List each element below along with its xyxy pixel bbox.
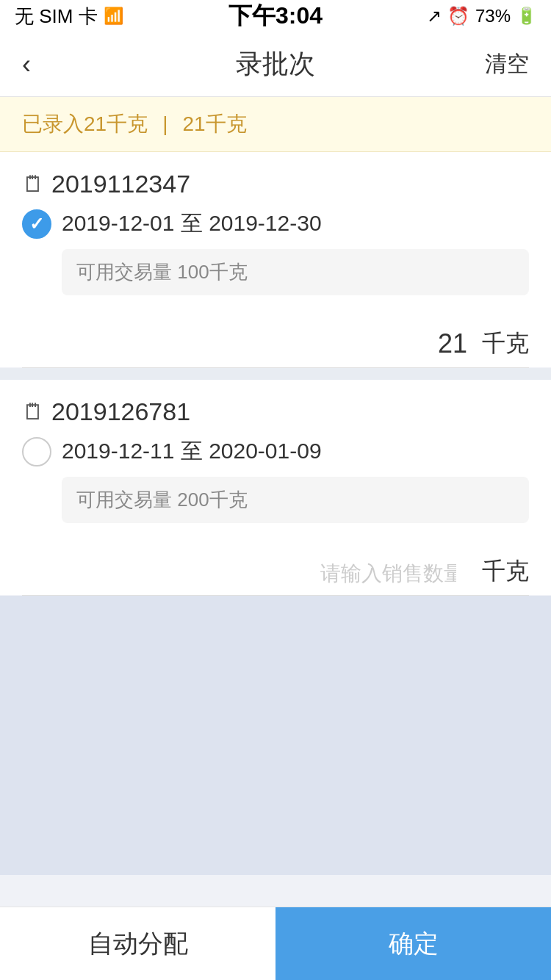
clear-button[interactable]: 清空 — [485, 49, 529, 79]
recorded-label: 已录入21千克 — [22, 110, 148, 138]
batch-date-row-2: 2019-12-11 至 2020-01-09 — [22, 436, 529, 466]
batch-date-row-1: 2019-12-01 至 2019-12-30 — [22, 209, 529, 239]
batch-item-1: 🗒 2019112347 2019-12-01 至 2019-12-30 可用交… — [0, 152, 551, 313]
page-title: 录批次 — [236, 46, 315, 82]
available-qty-text-2: 可用交易量 200千克 — [76, 489, 248, 511]
input-row-1: 21 千克 — [0, 313, 551, 367]
nav-bar: ‹ 录批次 清空 — [0, 32, 551, 97]
auto-distribute-button[interactable]: 自动分配 — [0, 907, 276, 980]
batch-icon-1: 🗒 — [22, 172, 44, 197]
summary-bar: 已录入21千克 | 21千克 — [0, 97, 551, 152]
item-separator — [0, 368, 551, 380]
status-right: ↗ ⏰ 73% 🔋 — [427, 6, 536, 26]
battery-icon: 🔋 — [516, 7, 536, 26]
status-time: 下午3:04 — [228, 0, 323, 32]
wifi-icon: 📶 — [104, 7, 123, 26]
qty-input-2[interactable] — [320, 556, 467, 587]
back-button[interactable]: ‹ — [22, 49, 31, 80]
summary-divider: | — [162, 112, 168, 136]
batch-date-1: 2019-12-01 至 2019-12-30 — [62, 209, 322, 239]
total-label: 21千克 — [182, 110, 246, 138]
available-qty-bar-2: 可用交易量 200千克 — [62, 477, 529, 523]
location-icon: ↗ — [427, 6, 442, 26]
no-sim-text: 无 SIM 卡 — [15, 4, 98, 29]
status-left: 无 SIM 卡 📶 — [15, 4, 123, 29]
unit-label-1: 千克 — [482, 328, 529, 360]
batch-number-1: 2019112347 — [51, 170, 190, 198]
batch-header-2: 🗒 2019126781 — [22, 397, 529, 426]
gray-area — [0, 596, 551, 875]
bottom-bar: 自动分配 确定 — [0, 907, 551, 980]
unit-label-2: 千克 — [482, 555, 529, 588]
batch-header-1: 🗒 2019112347 — [22, 170, 529, 198]
available-qty-bar-1: 可用交易量 100千克 — [62, 249, 529, 295]
battery-text: 73% — [475, 6, 511, 26]
content-area: 已录入21千克 | 21千克 🗒 2019112347 2019-12-01 至… — [0, 97, 551, 948]
qty-value-1: 21 — [438, 328, 467, 359]
batch-date-2: 2019-12-11 至 2020-01-09 — [62, 436, 322, 466]
confirm-button[interactable]: 确定 — [276, 907, 551, 980]
batch-number-2: 2019126781 — [51, 397, 190, 426]
batch-icon-2: 🗒 — [22, 400, 44, 425]
batch-item-2: 🗒 2019126781 2019-12-11 至 2020-01-09 可用交… — [0, 380, 551, 541]
status-bar: 无 SIM 卡 📶 下午3:04 ↗ ⏰ 73% 🔋 — [0, 0, 551, 32]
radio-2[interactable] — [22, 437, 51, 466]
radio-1[interactable] — [22, 209, 51, 239]
input-row-2[interactable]: 千克 — [0, 541, 551, 595]
alarm-icon: ⏰ — [447, 6, 469, 26]
available-qty-text-1: 可用交易量 100千克 — [76, 261, 248, 283]
